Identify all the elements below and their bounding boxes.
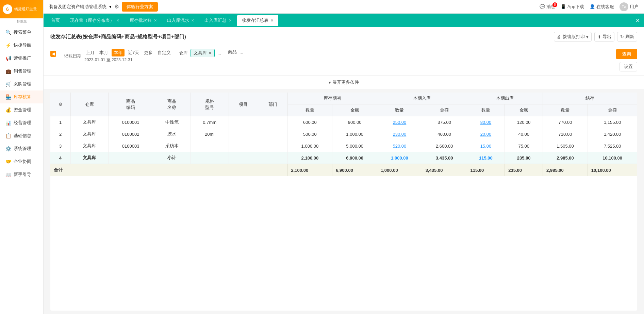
sidebar-item-guide[interactable]: 📖新手引导 [0, 168, 43, 181]
sidebar-item-sales[interactable]: 💼销售管理 [0, 65, 43, 78]
app-download-link[interactable]: 📱 App下载 [561, 4, 584, 10]
tab-inout-flow[interactable]: 出入库流水✕ [162, 15, 199, 26]
topbar: 装备及固定资产辅助管理系统 ▾ ⚙ 体验行业方案 💬 消息 6 📱 App下载 … [44, 0, 644, 14]
tab-home[interactable]: 首页 [46, 15, 65, 26]
row-in-qty[interactable]: 520.00 [377, 140, 422, 152]
row-out-qty-link[interactable]: 115.00 [479, 155, 493, 161]
row-out-qty-link[interactable]: 80.00 [480, 120, 492, 125]
row-in-qty-link[interactable]: 230.00 [393, 132, 407, 137]
tab-label-inout-flow: 出入库流水 [167, 17, 189, 23]
topbar-right: 💬 消息 6 📱 App下载 👤 在线客服 Ea 用户 [540, 2, 639, 11]
row-bal-amt: 1,155.00 [588, 116, 637, 128]
trial-button[interactable]: 体验行业方案 [122, 2, 158, 12]
export-button[interactable]: ⬆ 导出 [594, 32, 614, 42]
sidebar-item-label-quick-nav: 快捷导航 [14, 42, 31, 48]
row-out-qty-link[interactable]: 20.00 [480, 132, 492, 137]
tab-close-inventory-dist[interactable]: ✕ [116, 18, 119, 23]
sidebar-logo: 6 畅捷通好生意 [0, 0, 43, 18]
row-open-amt: 1,000.00 [332, 128, 377, 140]
tab-label-recv-send-summary: 收发存汇总表 [242, 17, 268, 23]
sidebar-item-finance[interactable]: 💰资金管理 [0, 103, 43, 116]
date-btn-this-month[interactable]: 本月 [98, 49, 110, 56]
sidebar-item-label-basics: 基础信息 [14, 133, 31, 139]
sidebar-item-cooperation[interactable]: 🤝企业协同 [0, 155, 43, 168]
date-btn-last-month[interactable]: 上月 [84, 49, 96, 56]
settings-icon[interactable]: ⚙ [114, 3, 119, 10]
close-all-tabs-button[interactable]: ✕ [634, 16, 641, 25]
row-in-qty-link[interactable]: 1,000.00 [391, 155, 408, 161]
tab-close-inout-summary[interactable]: ✕ [229, 18, 232, 23]
warehouse-tag[interactable]: 文具库 ✕ [191, 49, 215, 57]
system-dropdown[interactable]: ▾ [109, 4, 112, 9]
date-btn-7days[interactable]: 近7天 [127, 49, 141, 56]
th-open-amt: 金额 [332, 104, 377, 116]
row-out-qty[interactable]: 20.00 [467, 128, 505, 140]
row-in-qty-link[interactable]: 520.00 [393, 144, 407, 149]
user-menu[interactable]: Ea 用户 [620, 2, 639, 11]
row-warehouse: 文具库 [71, 152, 108, 164]
marketing-icon: 📢 [5, 55, 11, 61]
inventory-icon: 🏪 [5, 94, 11, 100]
sales-icon: 💼 [5, 68, 11, 74]
sidebar-item-search[interactable]: 🔍搜索菜单 [0, 26, 43, 39]
sidebar-item-label-sales: 销售管理 [14, 68, 31, 74]
tab-batch-ledger[interactable]: 库存批次账✕ [125, 15, 162, 26]
row-in-qty[interactable]: 230.00 [377, 128, 422, 140]
tab-close-batch-ledger[interactable]: ✕ [154, 18, 157, 23]
tabbar: 首页现存量（库存分布表）✕库存批次账✕出入库流水✕出入库汇总✕收发存汇总表✕✕ [44, 14, 644, 27]
row-out-qty[interactable]: 15.00 [467, 140, 505, 152]
row-warehouse: 文具库 [71, 116, 108, 128]
sidebar-item-system[interactable]: ⚙️系统管理 [0, 142, 43, 155]
th-open-qty: 数量 [287, 104, 332, 116]
row-in-amt: 375.00 [422, 116, 467, 128]
warehouse-filter-dots[interactable]: ... [217, 51, 221, 56]
online-service-link[interactable]: 👤 在线客服 [590, 4, 614, 10]
print-button[interactable]: 🖨 拨镜版打印 ▾ [554, 32, 592, 42]
warehouse-filter-section: 仓库 文具库 ✕ ... [179, 49, 221, 57]
table-row: 1文具库0100001中性笔0.7mm600.00900.00250.00375… [50, 116, 637, 128]
footer-bal-qty: 2,985.00 [543, 164, 588, 176]
date-btn-this-year[interactable]: 本年 [112, 49, 125, 56]
goods-filter-dots[interactable]: ... [240, 50, 243, 55]
sidebar-item-quick-nav[interactable]: ⚡快捷导航 [0, 39, 43, 52]
expand-label: 展开更多条件 [332, 79, 359, 85]
sidebar-item-inventory[interactable]: 🏪库存核算 [0, 90, 43, 103]
date-btn-custom[interactable]: 自定义 [156, 49, 172, 56]
warehouse-tag-close[interactable]: ✕ [208, 51, 212, 55]
set-button[interactable]: 设置 [620, 62, 637, 71]
sidebar: 6 畅捷通好生意 标准版 🔍搜索菜单⚡快捷导航📢营销推广💼销售管理🛒采购管理🏪库… [0, 0, 44, 314]
row-out-qty[interactable]: 115.00 [467, 152, 505, 164]
message-badge[interactable]: 💬 消息 6 [540, 4, 555, 10]
row-in-qty[interactable]: 250.00 [377, 116, 422, 128]
tab-label-inout-summary: 出入库汇总 [204, 17, 227, 23]
row-goods-name: 采访本 [153, 140, 191, 152]
data-table: ⚙ 仓库 商品编码 商品名称 规格型号 项目 部门 库存期初 本期入库 本期出库… [50, 93, 637, 176]
tab-inventory-dist[interactable]: 现存量（库存分布表）✕ [65, 15, 124, 26]
tab-label-batch-ledger: 库存批次账 [130, 17, 152, 23]
tab-close-recv-send-summary[interactable]: ✕ [270, 18, 274, 23]
row-in-qty-link[interactable]: 250.00 [393, 120, 407, 125]
tab-label-home: 首页 [51, 17, 60, 23]
filter-collapse-icon[interactable]: ◀ [50, 51, 56, 57]
date-filter-section: 记账日期 上月 本月 本年 近7天 更多 自定义 2023-01-01 至 20… [64, 49, 172, 63]
refresh-button[interactable]: ↻ 刷新 [617, 32, 637, 42]
th-goods-name: 商品名称 [153, 93, 191, 116]
tab-close-inout-flow[interactable]: ✕ [191, 18, 194, 23]
row-out-amt: 235.00 [505, 152, 543, 164]
row-in-qty[interactable]: 1,000.00 [377, 152, 422, 164]
row-out-qty[interactable]: 80.00 [467, 116, 505, 128]
row-out-qty-link[interactable]: 15.00 [480, 144, 492, 149]
tab-recv-send-summary[interactable]: 收发存汇总表✕ [237, 15, 278, 26]
date-btn-more[interactable]: 更多 [143, 49, 154, 56]
basics-icon: 📋 [5, 133, 11, 138]
th-settings[interactable]: ⚙ [50, 93, 71, 116]
finance-icon: 💰 [5, 107, 11, 113]
sidebar-item-operations[interactable]: 📊经营管理 [0, 116, 43, 129]
query-button[interactable]: 查询 [616, 49, 637, 59]
sidebar-item-basics[interactable]: 📋基础信息 [0, 129, 43, 142]
expand-conditions-button[interactable]: ▾ 展开更多条件 [327, 77, 361, 87]
tab-inout-summary[interactable]: 出入库汇总✕ [200, 15, 236, 26]
sidebar-item-marketing[interactable]: 📢营销推广 [0, 52, 43, 65]
sidebar-item-purchase[interactable]: 🛒采购管理 [0, 78, 43, 90]
row-in-amt: 3,435.00 [422, 152, 467, 164]
